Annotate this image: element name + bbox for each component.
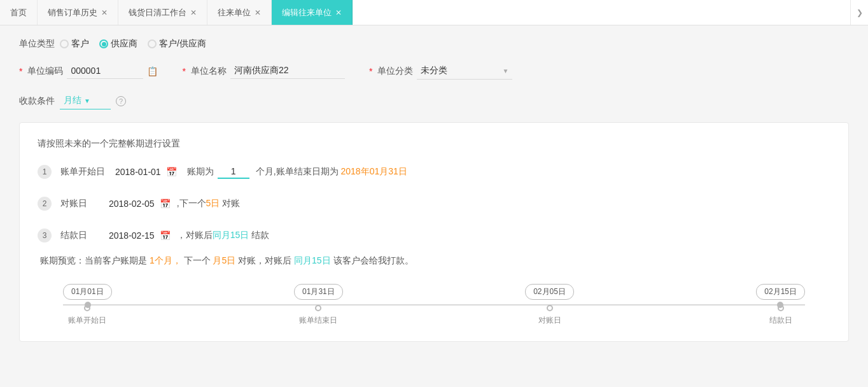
help-icon[interactable]: ? [116,96,126,106]
preview-reconcile-post: 对账，对账后 [238,255,291,265]
end-dot [777,302,783,308]
chevron-down-icon: ▼ [84,97,90,104]
radio-customer[interactable]: 客户 [60,38,89,50]
preview-reconcile-highlight: 月5日 [213,255,235,265]
step-date-3: 2018-02-15 [109,230,155,241]
step3-highlight: 同月15日 [213,230,249,241]
required-star: * [369,66,372,76]
step-row-3: 3 结款日 2018-02-15 📅 ，对账后 同月15日 结款 [38,229,830,243]
radio-circle-customer-supplier [148,39,157,48]
tl-badge-2: 01月31日 [294,284,343,300]
unit-name-group: * 单位名称 [182,63,344,79]
tab-edit-partner[interactable]: 编辑往来单位 ✕ [272,0,353,25]
step-row-2: 2 对账日 2018-02-05 📅 ,下一个 5日 对账 [38,197,830,211]
step-label-3: 结款日 [60,230,99,241]
tl-label-3: 对账日 [538,315,561,326]
panel-title: 请按照未来的一个完整帐期进行设置 [38,138,830,150]
radio-customer-supplier[interactable]: 客户/供应商 [148,38,206,50]
step2-pre: ,下一个 [177,198,206,209]
step-label-1: 账单开始日 [60,166,105,178]
required-star: * [19,66,22,76]
radio-label-supplier: 供应商 [111,38,137,50]
radio-supplier[interactable]: 供应商 [99,38,137,50]
tab-partners[interactable]: 往来单位 ✕ [207,0,272,25]
radio-label-customer: 客户 [71,38,89,50]
main-content: 单位类型 客户 供应商 客户/供应商 * 单位编码 📋 [0,25,868,387]
required-star: * [182,66,185,76]
tab-sales-history[interactable]: 销售订单历史 ✕ [38,0,118,25]
close-icon[interactable]: ✕ [190,8,197,17]
unit-code-group: * 单位编码 📋 [19,63,158,79]
step2-post: 对账 [222,198,240,209]
step-label-2: 对账日 [60,198,99,209]
tl-badge-1: 01月01日 [63,284,112,300]
preview-months: 1个月， [150,255,181,265]
unit-code-input[interactable] [67,63,143,79]
unit-info-row: * 单位编码 📋 * 单位名称 * 单位分类 未分类 ▼ [19,62,849,80]
period-suffix: 个月,账单结束日期为 [256,166,339,178]
unit-category-group: * 单位分类 未分类 ▼ [369,62,512,80]
tab-label: 往来单位 [218,7,251,18]
tab-label: 编辑往来单位 [282,7,332,18]
tl-label-4: 结款日 [769,315,792,326]
preview-text: 账期预览：当前客户账期是 1个月， 下一个 月5日 对账，对账后 同月15日 该… [38,253,830,269]
preview-payment-highlight: 同月15日 [294,255,331,265]
unit-name-input[interactable] [230,63,345,79]
step-num-3: 3 [38,229,52,243]
step3-post: 结款 [251,230,269,241]
tab-label: 钱货日清工作台 [129,7,186,18]
calendar-icon-2[interactable]: 📅 [160,199,171,209]
step-row-1: 1 账单开始日 2018-01-01 📅 账期为 个月,账单结束日期为 2018… [38,165,830,179]
copy-icon[interactable]: 📋 [147,66,158,76]
payment-terms-label: 收款条件 [19,95,55,107]
tl-dot-3 [547,305,553,311]
start-dot [85,302,91,308]
tl-label-2: 账单结束日 [299,315,337,326]
close-icon[interactable]: ✕ [101,8,108,17]
tl-item-3: 02月05日 对账日 [525,284,574,326]
unit-category-select[interactable]: 未分类 ▼ [417,62,512,80]
step-num-1: 1 [38,165,52,179]
step-date-2: 2018-02-05 [109,199,155,209]
period-end-date: 2018年01月31日 [341,166,407,178]
step3-pre: ，对账后 [177,230,213,241]
unit-name-label: 单位名称 [191,66,227,77]
tab-scroll-right[interactable]: ❯ [850,0,868,25]
timeline-end-cap [777,302,783,308]
step-date-1: 2018-01-01 [115,167,161,177]
tab-home[interactable]: 首页 [0,0,38,25]
timeline-points: 01月01日 账单开始日 01月31日 账单结束日 02月05日 对账日 [63,284,805,326]
tl-label-1: 账单开始日 [68,315,106,326]
preview-reconcile-pre: 下一个 [184,255,211,265]
close-icon[interactable]: ✕ [335,8,342,17]
unit-category-label: 单位分类 [377,66,413,77]
unit-type-row: 单位类型 客户 供应商 客户/供应商 [19,38,849,50]
radio-circle-customer [60,39,69,48]
radio-label-customer-supplier: 客户/供应商 [159,38,206,50]
radio-dot-supplier [102,42,106,46]
timeline-start-cap [85,302,91,308]
unit-category-value: 未分类 [421,65,500,76]
tl-badge-4: 02月15日 [756,284,805,300]
calendar-icon-3[interactable]: 📅 [160,230,171,241]
timeline-items: 01月01日 账单开始日 01月31日 账单结束日 02月05日 对账日 [63,284,805,326]
payment-terms-value: 月结 [64,95,81,106]
unit-code-label: 单位编码 [27,66,63,77]
settings-panel: 请按照未来的一个完整帐期进行设置 1 账单开始日 2018-01-01 📅 账期… [19,122,849,342]
close-icon[interactable]: ✕ [255,8,261,17]
step2-highlight: 5日 [206,198,220,209]
payment-terms-dropdown[interactable]: 月结 ▼ [60,92,111,109]
timeline: 01月01日 账单开始日 01月31日 账单结束日 02月05日 对账日 [38,284,830,326]
chevron-down-icon: ▼ [502,67,508,74]
preview-prefix: 账期预览：当前客户账期是 [40,255,147,265]
tab-cash-work[interactable]: 钱货日清工作台 ✕ [118,0,207,25]
radio-group-unit-type: 客户 供应商 客户/供应商 [60,38,206,50]
tl-item-2: 01月31日 账单结束日 [294,284,343,326]
preview-payment-post: 该客户会给我打款。 [333,255,414,265]
payment-terms-row: 收款条件 月结 ▼ ? [19,92,849,109]
calendar-icon-1[interactable]: 📅 [166,167,177,177]
tl-dot-2 [315,305,321,311]
tab-bar: 首页 销售订单历史 ✕ 钱货日清工作台 ✕ 往来单位 ✕ 编辑往来单位 ✕ ❯ [0,0,868,25]
tab-label: 销售订单历史 [48,7,97,18]
period-value-input[interactable] [218,165,249,179]
